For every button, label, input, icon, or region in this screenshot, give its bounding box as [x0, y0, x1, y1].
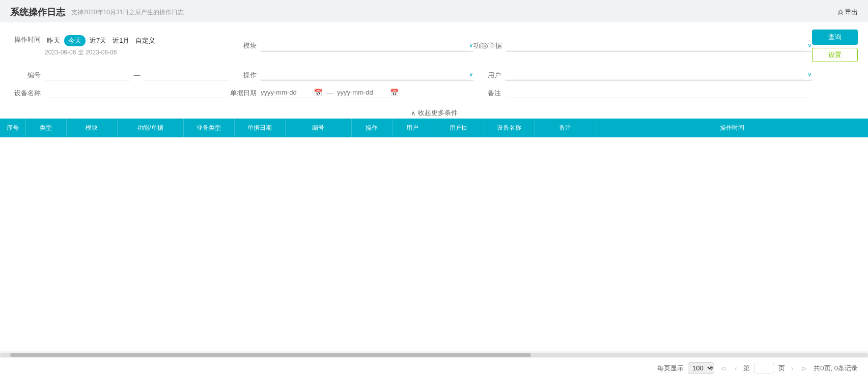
col-optime: 操作时间 — [596, 119, 868, 137]
code-input-to[interactable] — [145, 70, 230, 80]
code-filter: 编号 — — [10, 70, 229, 80]
time-controls: 昨天 今天 近7天 近1月 自定义 2023-06-06 至 2023-06-0… — [45, 35, 157, 57]
page-header: 系统操作日志 支持2020年10月31日之后产生的操作日志 ⎙ 导出 — [0, 0, 868, 22]
scrollbar-thumb[interactable] — [10, 353, 531, 357]
operation-filter: 操作 ∨ — [229, 69, 473, 81]
user-label: 用户 — [473, 71, 501, 80]
module-label: 模块 — [229, 41, 257, 50]
date-label: 单据日期 — [229, 89, 257, 98]
module-filter: 模块 ∨ — [229, 40, 473, 52]
date-from-input[interactable] — [261, 89, 312, 96]
page-suffix-label: 页 — [778, 364, 785, 373]
code-input-from[interactable] — [45, 70, 130, 80]
date-to-wrapper: 📅 — [337, 89, 399, 98]
query-button[interactable]: 查询 — [812, 30, 858, 45]
collapse-button[interactable]: ∧ 收起更多条件 — [411, 108, 458, 118]
remark-filter: 备注 — [473, 88, 858, 98]
user-input[interactable] — [505, 69, 805, 79]
export-label: 导出 — [845, 8, 858, 17]
scrollbar-track — [0, 353, 868, 357]
col-remark: 备注 — [535, 119, 596, 137]
date-dash: — — [326, 90, 333, 97]
per-page-select[interactable]: 100 10 20 50 200 — [688, 362, 714, 374]
filter-area: 操作时间 昨天 今天 近7天 近1月 自定义 2023-06-06 至 2023… — [0, 22, 868, 119]
col-date: 单据日期 — [234, 119, 285, 137]
function-label: 功能/单据 — [473, 41, 502, 50]
function-dropdown-icon[interactable]: ∨ — [807, 42, 812, 49]
module-select-wrapper: ∨ — [261, 40, 473, 52]
device-label: 设备名称 — [10, 89, 41, 98]
col-function: 功能/单据 — [117, 119, 183, 137]
time-btn-yesterday[interactable]: 昨天 — [45, 35, 62, 46]
data-table: 序号 类型 模块 功能/单据 业务类型 单据日期 编号 操作 用户 用户ip 设… — [0, 119, 868, 137]
last-page-button[interactable]: ⊳ — [799, 363, 809, 373]
action-buttons: 查询 设置 — [812, 30, 858, 62]
col-code: 编号 — [285, 119, 351, 137]
scrollbar-area[interactable] — [0, 352, 868, 358]
time-range: 2023-06-06 至 2023-06-06 — [45, 48, 157, 57]
settings-button[interactable]: 设置 — [812, 48, 858, 62]
per-page-label: 每页显示 — [657, 364, 684, 373]
col-userip: 用户ip — [433, 119, 484, 137]
date-from-wrapper: 📅 — [261, 89, 322, 98]
table-header-row: 序号 类型 模块 功能/单据 业务类型 单据日期 编号 操作 用户 用户ip 设… — [0, 119, 868, 137]
col-module: 模块 — [66, 119, 117, 137]
col-user: 用户 — [392, 119, 433, 137]
filter-row-1: 操作时间 昨天 今天 近7天 近1月 自定义 2023-06-06 至 2023… — [10, 30, 858, 62]
user-dropdown-icon[interactable]: ∨ — [807, 71, 812, 78]
table-header: 序号 类型 模块 功能/单据 业务类型 单据日期 编号 操作 用户 用户ip 设… — [0, 119, 868, 137]
user-filter: 用户 ∨ — [473, 69, 858, 81]
page-subtitle: 支持2020年10月31日之后产生的操作日志 — [71, 8, 184, 17]
time-btn-7days[interactable]: 近7天 — [88, 35, 108, 46]
first-page-button[interactable]: ⊲ — [718, 363, 729, 373]
remark-input[interactable] — [505, 88, 812, 98]
table-container: 序号 类型 模块 功能/单据 业务类型 单据日期 编号 操作 用户 用户ip 设… — [0, 119, 868, 352]
operation-select-wrapper: ∨ — [261, 69, 473, 81]
code-label: 编号 — [10, 71, 41, 80]
time-btn-row: 昨天 今天 近7天 近1月 自定义 — [45, 35, 157, 46]
filter-row-2: 编号 — 操作 ∨ 用户 ∨ — [10, 69, 858, 81]
collapse-row: ∧ 收起更多条件 — [10, 105, 858, 119]
time-label: 操作时间 — [10, 35, 41, 44]
remark-label: 备注 — [473, 89, 501, 98]
calendar-to-icon[interactable]: 📅 — [390, 89, 399, 97]
function-select-wrapper: ∨ — [506, 40, 812, 52]
export-button[interactable]: ⎙ 导出 — [838, 8, 858, 17]
operation-label: 操作 — [229, 71, 257, 80]
calendar-from-icon[interactable]: 📅 — [314, 89, 322, 97]
device-filter: 设备名称 — [10, 88, 229, 98]
next-page-button[interactable]: › — [789, 363, 796, 373]
operation-dropdown-icon[interactable]: ∨ — [469, 71, 473, 78]
user-select-wrapper: ∨ — [505, 69, 812, 81]
col-biztype: 业务类型 — [183, 119, 234, 137]
filter-row-3: 设备名称 单据日期 📅 — 📅 备注 — [10, 88, 858, 98]
page-title: 系统操作日志 — [10, 6, 65, 18]
page-container: 系统操作日志 支持2020年10月31日之后产生的操作日志 ⎙ 导出 操作时间 … — [0, 0, 868, 378]
export-icon: ⎙ — [838, 8, 843, 16]
time-btn-today[interactable]: 今天 — [64, 35, 86, 46]
time-filter-group: 操作时间 昨天 今天 近7天 近1月 自定义 2023-06-06 至 2023… — [10, 35, 229, 57]
page-number-input[interactable]: 1 — [754, 363, 774, 373]
col-type: 类型 — [25, 119, 66, 137]
time-btn-custom[interactable]: 自定义 — [133, 35, 157, 46]
col-operation: 操作 — [351, 119, 392, 137]
pagination-bar: 每页显示 100 10 20 50 200 ∨ ⊲ ‹ 第 1 页 › ⊳ 共0… — [0, 358, 868, 378]
module-input[interactable] — [261, 40, 467, 50]
col-seq: 序号 — [0, 119, 25, 137]
function-input[interactable] — [506, 40, 805, 50]
total-info: 共0页, 0条记录 — [814, 364, 858, 373]
operation-input[interactable] — [261, 69, 467, 79]
col-device: 设备名称 — [484, 119, 535, 137]
date-filter: 单据日期 📅 — 📅 — [229, 89, 473, 98]
function-filter: 功能/单据 ∨ — [473, 40, 812, 52]
page-prefix-label: 第 — [743, 364, 750, 373]
collapse-label: 收起更多条件 — [418, 108, 458, 118]
header-left: 系统操作日志 支持2020年10月31日之后产生的操作日志 — [10, 6, 184, 18]
code-dash: — — [134, 71, 141, 79]
module-dropdown-icon[interactable]: ∨ — [469, 42, 473, 49]
time-btn-1month[interactable]: 近1月 — [110, 35, 131, 46]
collapse-chevron: ∧ — [411, 109, 416, 117]
device-input[interactable] — [45, 88, 229, 98]
date-to-input[interactable] — [337, 89, 388, 96]
prev-page-button[interactable]: ‹ — [733, 363, 739, 373]
